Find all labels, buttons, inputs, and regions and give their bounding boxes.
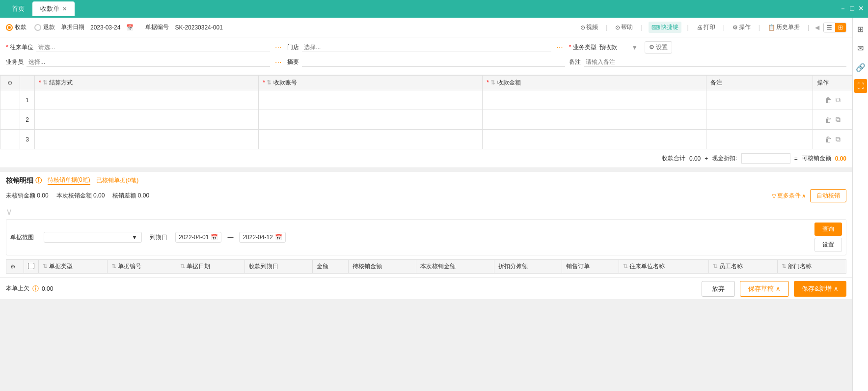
row2-copy-icon[interactable]: ⧉: [835, 114, 841, 125]
counterparty-more-btn[interactable]: ···: [273, 43, 283, 52]
list-view-icon[interactable]: ☰: [824, 23, 835, 32]
row3-copy-icon[interactable]: ⧉: [835, 134, 841, 144]
row1-num: 1: [20, 90, 35, 110]
radio-receipt[interactable]: 收款: [6, 23, 27, 31]
row3-settlement[interactable]: [35, 130, 259, 149]
sidebar-screen-icon[interactable]: ⛶: [854, 79, 867, 93]
video-btn[interactable]: ⊙ 视频: [578, 22, 600, 32]
row2-amount[interactable]: [483, 110, 706, 130]
settings-icon: ⚙: [649, 44, 654, 51]
sort-icon[interactable]: ⇅: [43, 263, 48, 270]
row2-settlement[interactable]: [35, 110, 259, 130]
sidebar-mail-icon[interactable]: ✉: [857, 41, 864, 56]
staff-label: 业务员: [6, 58, 24, 66]
query-btn[interactable]: 查询: [814, 223, 842, 236]
due-date-to-field[interactable]: 2022-04-12 📅: [239, 232, 285, 243]
row2-note[interactable]: [706, 110, 813, 130]
row2-account[interactable]: [259, 110, 483, 130]
row1-account[interactable]: [259, 90, 483, 110]
prev-view-icon[interactable]: ◀: [815, 24, 819, 31]
save-draft-label: 保存草稿: [748, 284, 774, 293]
settings-btn[interactable]: ⚙ 设置: [645, 41, 672, 54]
print-btn[interactable]: 🖨 打印: [695, 22, 717, 32]
business-type-arrow[interactable]: ▼: [632, 44, 638, 51]
row1-settlement[interactable]: [35, 90, 259, 110]
query-buttons: 查询 设置: [814, 223, 842, 252]
row1-copy-icon[interactable]: ⧉: [835, 95, 841, 105]
row1-delete-icon[interactable]: 🗑: [824, 95, 833, 105]
receipt-table: ⚙ * ⇅ 结算方式 * ⇅ 收款账号 * ⇅ 收款: [0, 75, 852, 149]
summary-input[interactable]: [302, 57, 565, 67]
collapse-arrow[interactable]: ∨: [6, 207, 12, 217]
store-input[interactable]: [302, 43, 551, 52]
store-more-btn[interactable]: ···: [554, 43, 565, 52]
summary-field: 摘要: [287, 57, 565, 67]
sidebar-table-icon[interactable]: ⊞: [857, 22, 864, 37]
row1-note[interactable]: [706, 90, 813, 110]
date-value: 2023-03-24: [90, 24, 120, 31]
row2-delete-icon[interactable]: 🗑: [824, 115, 833, 125]
sort-icon[interactable]: ⇅: [180, 263, 185, 270]
pending-tab[interactable]: 待核销单据(0笔): [48, 176, 90, 185]
tab-bar: 首页 收款单 ✕ － □ ✕: [0, 0, 868, 18]
auto-recon-btn[interactable]: 自动核销: [810, 189, 846, 202]
chevron-up-icon: ∧: [802, 193, 806, 199]
sort-icon[interactable]: ⇅: [713, 263, 718, 270]
calendar-to-icon[interactable]: 📅: [275, 234, 282, 241]
grid-view-icon[interactable]: ⊞: [835, 23, 846, 32]
staff-more-btn[interactable]: ···: [273, 58, 283, 67]
counterparty-input[interactable]: [36, 43, 270, 52]
tab-receipt[interactable]: 收款单 ✕: [32, 1, 75, 16]
net-value: 0.00: [835, 155, 846, 162]
sidebar-link-icon[interactable]: 🔗: [856, 60, 866, 75]
maximize-button[interactable]: □: [850, 4, 854, 13]
sort-icon[interactable]: ⇅: [623, 263, 628, 270]
main-content: 收款 退款 单据日期 2023-03-24 📅 单据编号 SK-20230324…: [0, 18, 852, 391]
staff-input[interactable]: [27, 57, 270, 67]
number-value: SK-20230324-001: [175, 24, 222, 31]
history-btn[interactable]: 📋 历史单据: [766, 22, 802, 32]
due-date-from-field[interactable]: 2022-04-01 📅: [175, 232, 221, 243]
radio-refund[interactable]: 退款: [34, 23, 55, 31]
date-range-label: 单据范围: [10, 233, 40, 242]
recon-header: 核销明细 ⓘ 待核销单据(0笔) 已核销单据(0笔): [6, 176, 846, 185]
sort-icon[interactable]: ⇅: [782, 263, 787, 270]
close-button[interactable]: ✕: [858, 4, 864, 13]
prev-label: 本单上欠: [6, 284, 29, 293]
table-gear-header[interactable]: ⚙: [0, 76, 20, 90]
save-new-btn[interactable]: 保存&新增 ∧: [794, 281, 846, 297]
row1-amount[interactable]: [483, 90, 706, 110]
recon-settings-btn[interactable]: 设置: [814, 238, 842, 252]
date-range-select[interactable]: ▼: [44, 232, 142, 243]
footer-info-icon[interactable]: ⓘ: [32, 284, 39, 293]
save-draft-btn[interactable]: 保存草稿 ∧: [740, 281, 789, 297]
tab-receipt-close[interactable]: ✕: [62, 6, 67, 12]
help-btn[interactable]: ⊙ 帮助: [613, 22, 635, 32]
data-table-area: ⚙ * ⇅ 结算方式 * ⇅ 收款账号 * ⇅ 收款: [0, 75, 852, 149]
account-header: * ⇅ 收款账号: [259, 76, 483, 90]
tab-receipt-label: 收款单: [40, 4, 59, 13]
calendar-icon[interactable]: 📅: [126, 24, 134, 31]
minimize-button[interactable]: －: [840, 4, 846, 13]
gear-col-header[interactable]: ⚙: [6, 260, 24, 274]
row3-note[interactable]: [706, 130, 813, 149]
tab-home[interactable]: 首页: [4, 1, 32, 16]
more-filters-btn[interactable]: ▽ 更多条件 ∧: [772, 192, 806, 200]
recon-info-icon[interactable]: ⓘ: [35, 176, 42, 185]
shortcut-btn[interactable]: ⌨ 快捷键: [649, 22, 681, 33]
calendar-from-icon[interactable]: 📅: [211, 234, 218, 241]
note-input[interactable]: [584, 57, 846, 67]
sort-icon[interactable]: ⇅: [111, 263, 116, 270]
note-field: 备注: [569, 57, 846, 67]
discount-input[interactable]: [741, 153, 790, 164]
row3-delete-icon[interactable]: 🗑: [824, 135, 833, 144]
operation-btn[interactable]: ⚙ 操作: [731, 22, 753, 32]
abandon-btn[interactable]: 放弃: [702, 281, 735, 297]
sort-icon[interactable]: ⇅: [490, 79, 495, 86]
sort-icon[interactable]: ⇅: [43, 79, 48, 86]
row3-amount[interactable]: [483, 130, 706, 149]
completed-tab[interactable]: 已核销单据(0笔): [96, 176, 139, 185]
row3-account[interactable]: [259, 130, 483, 149]
sort-icon[interactable]: ⇅: [267, 79, 271, 86]
select-all-checkbox[interactable]: [28, 263, 34, 269]
